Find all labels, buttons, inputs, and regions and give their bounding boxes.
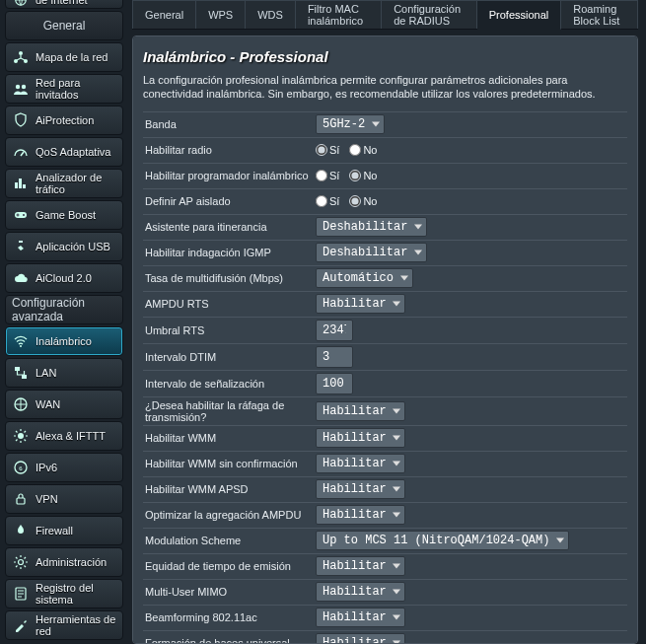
select-wmm-noack[interactable]: Habilitar [316,454,405,473]
sidebar-item-label: de Internet [36,0,88,6]
input-dtim[interactable] [316,346,353,368]
input-rts-threshold[interactable] [316,320,353,341]
sidebar-item-traffic-analyzer[interactable]: Analizador de tráfico [5,169,123,198]
sidebar: de Internet General Mapa de la red Red p… [0,0,128,644]
tab-wds[interactable]: WDS [246,0,296,29]
gear-icon [12,553,30,571]
select-igmp[interactable]: Deshabilitar [316,243,427,262]
sidebar-item-alexa-ifttt[interactable]: Alexa & IFTTT [5,421,123,451]
log-icon [12,585,30,603]
radio-ap-no[interactable]: No [349,195,377,207]
panel-title: Inalámbrico - Professional [143,48,627,65]
sidebar-item-label: Game Boost [36,209,96,221]
select-ampdu-rts[interactable]: Habilitar [316,294,405,314]
svg-point-16 [19,560,24,565]
radio-enable-radio-yes[interactable]: Sí [316,144,339,156]
label-wmm-apsd: Habilitar WMM APSD [143,483,316,495]
vpn-icon [12,490,30,508]
sidebar-item-usb-app[interactable]: Aplicación USB [5,232,123,261]
select-bf11ac[interactable]: Habilitar [316,608,405,627]
sidebar-item-administration[interactable]: Administración [5,547,123,577]
sidebar-item-label: WAN [36,398,60,410]
gamepad-icon [12,206,30,224]
lan-icon [12,364,30,382]
panel-description: La configuración profesional inalámbrica… [143,73,627,102]
wan-icon [12,395,30,413]
sidebar-item-label: Alexa & IFTTT [36,430,106,442]
label-ampdu-rts: AMPDU RTS [143,298,316,310]
tab-mac-filter[interactable]: Filtro MAC inalámbrico [296,0,382,29]
label-mcast: Tasa de multidifusión (Mbps) [143,272,316,284]
sidebar-item-internet-partial[interactable]: de Internet [5,0,123,9]
sidebar-item-network-tools[interactable]: Herramientas de red [5,610,123,640]
sidebar-item-guest-network[interactable]: Red para invitados [5,74,123,104]
sidebar-header-advanced: Configuración avanzada [5,295,123,324]
svg-point-4 [16,85,20,89]
alexa-icon [12,427,30,445]
label-tx-burst: ¿Desea habilitar la ráfaga de transmisió… [143,399,316,423]
sidebar-item-label: Administración [36,556,107,568]
sidebar-item-firewall[interactable]: Firewall [5,516,123,545]
input-beacon[interactable] [316,373,353,394]
network-map-icon [12,48,30,66]
svg-point-8 [20,345,22,347]
sidebar-item-label: AiProtection [36,114,94,126]
sidebar-item-label: Red para invitados [36,77,116,101]
ipv6-icon: 6 [12,459,30,476]
sidebar-item-label: QoS Adaptativa [36,146,110,158]
select-airtime[interactable]: Habilitar [316,556,405,576]
svg-point-12 [18,433,24,439]
sidebar-item-wireless[interactable]: Inalámbrico [5,326,123,356]
select-mcast[interactable]: Automático [316,268,413,288]
usb-icon [12,238,30,255]
select-mod-scheme[interactable]: Up to MCS 11 (NitroQAM/1024-QAM) [316,531,569,550]
tab-roaming-block[interactable]: Roaming Block List [561,0,638,29]
sidebar-item-label: VPN [36,493,58,505]
svg-point-7 [23,214,25,216]
label-mod-scheme: Modulation Scheme [143,535,316,546]
sidebar-item-label: Registro del sistema [36,582,116,606]
select-ampdu-opt[interactable]: Habilitar [316,505,405,525]
sidebar-item-label: Herramientas de red [36,613,116,637]
sidebar-item-label: Firewall [36,525,73,537]
tab-radius[interactable]: Configuración de RADIUS [382,0,477,29]
sidebar-item-label: LAN [36,367,56,379]
sidebar-item-vpn[interactable]: VPN [5,484,123,514]
chart-icon [12,175,30,192]
select-wmm[interactable]: Habilitar [316,428,405,448]
sidebar-item-system-log[interactable]: Registro del sistema [5,579,123,608]
tab-wps[interactable]: WPS [196,0,246,29]
sidebar-item-ipv6[interactable]: 6 IPv6 [5,453,123,482]
select-band[interactable]: 5GHz-2 [316,114,385,134]
main-area: General WPS WDS Filtro MAC inalámbrico C… [128,0,646,644]
sidebar-item-game-boost[interactable]: Game Boost [5,200,123,230]
select-ubf[interactable]: Habilitar [316,633,405,644]
tab-professional[interactable]: Professional [477,0,562,30]
sidebar-item-network-map[interactable]: Mapa de la red [5,42,123,72]
sidebar-item-aiprotection[interactable]: AiProtection [5,106,123,135]
select-tx-burst[interactable]: Habilitar [316,401,405,421]
sidebar-item-label: Mapa de la red [36,51,108,63]
label-enable-radio: Habilitar radio [143,144,316,156]
radio-ap-yes[interactable]: Sí [316,195,339,207]
select-roaming[interactable]: Deshabilitar [316,217,427,237]
sidebar-item-wan[interactable]: WAN [5,390,123,419]
select-wmm-apsd[interactable]: Habilitar [316,479,405,499]
radio-sched-yes[interactable]: Sí [316,170,339,181]
globe-icon [12,0,30,9]
radio-sched-no[interactable]: No [349,170,377,181]
sidebar-item-lan[interactable]: LAN [5,358,123,388]
sidebar-item-label: Inalámbrico [36,335,92,347]
label-band: Banda [143,118,316,130]
sidebar-item-aicloud[interactable]: AiCloud 2.0 [5,263,123,293]
sidebar-item-label: Aplicación USB [36,241,110,252]
svg-rect-9 [15,367,20,371]
sidebar-item-qos[interactable]: QoS Adaptativa [5,137,123,167]
label-ampdu-opt: Optimizar la agregación AMPDU [143,509,316,521]
radio-enable-radio-no[interactable]: No [349,144,377,156]
tab-general[interactable]: General [132,0,196,29]
shield-icon [12,111,30,129]
sidebar-item-label: AiCloud 2.0 [36,272,92,284]
cloud-icon [12,269,30,287]
select-mumimo[interactable]: Habilitar [316,582,405,602]
